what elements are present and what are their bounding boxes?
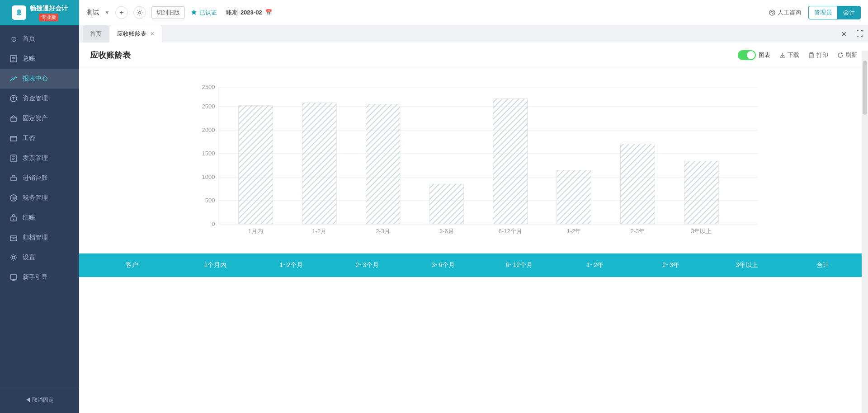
th-3year-plus: 3年以上 bbox=[709, 261, 785, 269]
main-panel: 应收账龄表 图表 下载 打印 刷新 bbox=[79, 42, 868, 413]
svg-text:6-12个月: 6-12个月 bbox=[499, 228, 522, 235]
tab-close-aging[interactable]: ✕ bbox=[150, 31, 155, 37]
window-expand-button[interactable]: ⛶ bbox=[852, 25, 868, 42]
sidebar-item-archive[interactable]: 归档管理 bbox=[0, 228, 79, 248]
bar-2-3年 bbox=[621, 144, 655, 224]
tab-bar: 首页 应收账龄表 ✕ ✕ ⛶ bbox=[79, 25, 868, 42]
sidebar-item-ledger[interactable]: 总账 bbox=[0, 49, 79, 69]
sidebar-item-close[interactable]: 结账 bbox=[0, 208, 79, 228]
company-name: 测试 bbox=[86, 9, 99, 17]
funds-icon bbox=[9, 94, 18, 103]
sidebar-item-home[interactable]: ⊙ 首页 bbox=[0, 29, 79, 49]
right-scrollbar[interactable] bbox=[862, 51, 868, 413]
user-role-switch: 管理员 会计 bbox=[808, 6, 861, 19]
refresh-button[interactable]: 刷新 bbox=[837, 51, 857, 59]
bar-6-12月 bbox=[493, 99, 528, 224]
assets-icon bbox=[9, 114, 18, 123]
chart-toggle[interactable] bbox=[738, 50, 756, 60]
content-area: 首页 应收账龄表 ✕ ✕ ⛶ 应收账龄表 图表 bbox=[79, 25, 868, 413]
th-total: 合计 bbox=[785, 261, 861, 269]
tab-aging[interactable]: 应收账龄表 ✕ bbox=[110, 25, 162, 42]
accounting-period: 账期 2023-02 📅 bbox=[226, 9, 272, 17]
print-button[interactable]: 打印 bbox=[808, 51, 828, 59]
th-3-6month: 3~6个月 bbox=[405, 261, 481, 269]
svg-rect-21 bbox=[10, 275, 17, 279]
sidebar-item-guide[interactable]: 新手引导 bbox=[0, 268, 79, 287]
service-button[interactable]: 人工咨询 bbox=[769, 9, 801, 17]
logo-icon bbox=[12, 5, 26, 20]
tax-icon: 税 bbox=[9, 193, 18, 202]
svg-text:2000: 2000 bbox=[202, 127, 215, 133]
manager-button[interactable]: 管理员 bbox=[808, 6, 838, 19]
svg-text:500: 500 bbox=[205, 197, 215, 204]
svg-text:1-2年: 1-2年 bbox=[567, 228, 581, 235]
svg-text:2-3月: 2-3月 bbox=[376, 228, 390, 235]
invoice-icon bbox=[9, 154, 18, 163]
scrollable-content[interactable]: 0 500 1000 1500 2000 2500 2500 1 bbox=[79, 68, 868, 413]
download-button[interactable]: 下载 bbox=[779, 51, 799, 59]
archive-icon bbox=[9, 233, 18, 242]
sidebar: 畅捷通好会计 专业版 ⊙ 首页 总账 报表中心 资金管理 bbox=[0, 0, 79, 413]
svg-text:1500: 1500 bbox=[202, 150, 215, 157]
svg-rect-13 bbox=[11, 177, 16, 181]
reports-icon bbox=[9, 74, 18, 83]
sidebar-item-funds[interactable]: 资金管理 bbox=[0, 89, 79, 108]
bar-3-6月 bbox=[429, 184, 464, 224]
svg-text:2-3年: 2-3年 bbox=[631, 228, 645, 235]
th-2-3month: 2~3个月 bbox=[329, 261, 405, 269]
svg-text:3年以上: 3年以上 bbox=[691, 228, 712, 235]
inventory-icon bbox=[9, 174, 18, 183]
old-version-button[interactable]: 切到旧版 bbox=[151, 6, 185, 19]
svg-text:2500: 2500 bbox=[202, 84, 215, 90]
sidebar-item-assets[interactable]: 固定资产 bbox=[0, 108, 79, 128]
th-1-2year: 1~2年 bbox=[557, 261, 633, 269]
svg-text:3-6月: 3-6月 bbox=[439, 228, 454, 235]
th-1-2month: 1~2个月 bbox=[253, 261, 329, 269]
sidebar-nav: ⊙ 首页 总账 报表中心 资金管理 固定资产 bbox=[0, 25, 79, 387]
sidebar-item-tax[interactable]: 税 税务管理 bbox=[0, 188, 79, 208]
cert-status: 已认证 bbox=[190, 9, 217, 17]
svg-point-0 bbox=[17, 9, 21, 14]
close-period-icon bbox=[9, 213, 18, 222]
chart-area: 0 500 1000 1500 2000 2500 2500 1 bbox=[79, 68, 868, 253]
scrollbar-thumb bbox=[863, 61, 867, 115]
svg-point-24 bbox=[138, 11, 141, 14]
sidebar-item-invoice[interactable]: 发票管理 bbox=[0, 148, 79, 168]
page-header: 应收账龄表 图表 下载 打印 刷新 bbox=[79, 42, 868, 68]
guide-icon bbox=[9, 273, 18, 282]
th-customer: 客户 bbox=[86, 261, 178, 269]
bar-2-3月 bbox=[366, 104, 400, 224]
settings-icon bbox=[9, 253, 18, 262]
ledger-icon bbox=[9, 54, 18, 63]
salary-icon bbox=[9, 134, 18, 143]
add-button[interactable]: + bbox=[115, 6, 128, 19]
svg-rect-6 bbox=[11, 118, 16, 122]
accountant-button[interactable]: 会计 bbox=[837, 6, 861, 19]
svg-point-20 bbox=[12, 256, 15, 259]
window-close-button[interactable]: ✕ bbox=[835, 25, 852, 42]
svg-rect-28 bbox=[810, 56, 813, 58]
sidebar-item-inventory[interactable]: 进销台账 bbox=[0, 168, 79, 188]
sidebar-item-reports[interactable]: 报表中心 bbox=[0, 69, 79, 89]
topbar: 测试 ▼ + 切到旧版 已认证 账期 2023-02 📅 人工咨询 管理员 会计 bbox=[79, 0, 868, 25]
svg-text:1-2月: 1-2月 bbox=[312, 228, 326, 235]
bar-chart: 0 500 1000 1500 2000 2500 2500 1 bbox=[93, 77, 854, 253]
th-6-12month: 6~12个月 bbox=[481, 261, 557, 269]
bar-1-2月 bbox=[302, 103, 336, 224]
page-title: 应收账龄表 bbox=[90, 50, 131, 61]
svg-rect-29 bbox=[810, 52, 813, 53]
tab-home[interactable]: 首页 bbox=[83, 25, 109, 42]
table-header: 客户 1个月内 1~2个月 2~3个月 3~6个月 6~12个月 bbox=[79, 253, 868, 277]
sidebar-bottom: ◀ 取消固定 bbox=[0, 387, 79, 413]
bar-1月内 bbox=[239, 106, 273, 224]
topbar-right: 人工咨询 管理员 会计 bbox=[769, 6, 861, 19]
settings-button[interactable] bbox=[133, 6, 146, 19]
home-icon: ⊙ bbox=[9, 34, 18, 43]
svg-text:2500: 2500 bbox=[202, 103, 215, 110]
company-dropdown[interactable]: ▼ bbox=[104, 9, 110, 16]
sidebar-item-settings[interactable]: 设置 bbox=[0, 248, 79, 268]
sidebar-item-salary[interactable]: 工资 bbox=[0, 128, 79, 148]
toggle-knob bbox=[747, 51, 755, 59]
svg-text:1月内: 1月内 bbox=[248, 228, 263, 235]
cancel-fixed-button[interactable]: ◀ 取消固定 bbox=[0, 393, 79, 408]
